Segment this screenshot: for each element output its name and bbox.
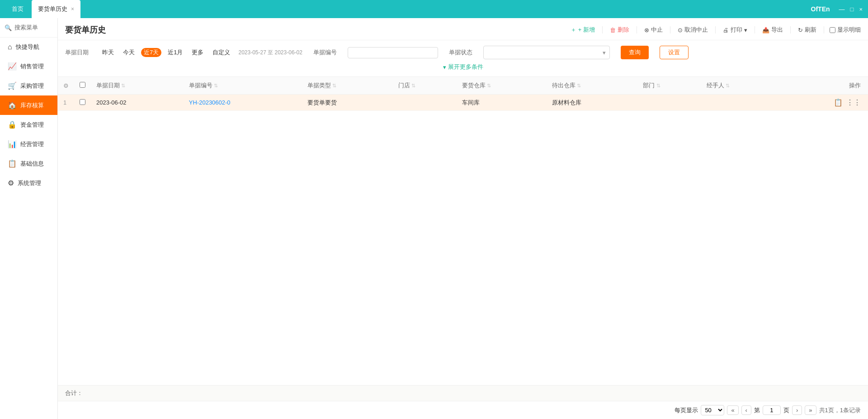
col-doc-type[interactable]: 单据类型 — [302, 77, 393, 95]
footer-total-label: 合计： — [65, 389, 83, 397]
row-handler-cell — [701, 95, 778, 111]
sidebar-item-finance[interactable]: 🔒 资金管理 — [0, 115, 57, 134]
sidebar-item-label: 基础信息 — [20, 160, 44, 168]
tab-history[interactable]: 要货单历史 × — [32, 0, 80, 18]
close-window-button[interactable]: × — [859, 6, 863, 13]
data-table: ⚙ 单据日期 单据编号 单据类型 门店 要货仓库 待出仓库 部门 经手人 — [58, 77, 868, 111]
doc-status-select[interactable]: ▾ — [483, 46, 610, 59]
date-option-today[interactable]: 今天 — [120, 48, 137, 57]
table-footer: 合计： — [58, 385, 868, 401]
settings-button[interactable]: 设置 — [660, 46, 689, 59]
table-header: ⚙ 单据日期 单据编号 单据类型 门店 要货仓库 待出仓库 部门 经手人 — [58, 77, 868, 95]
new-icon: ＋ — [571, 26, 576, 34]
doc-no-link[interactable]: YH-20230602-0 — [189, 99, 231, 106]
display-cell-checkbox[interactable] — [830, 27, 835, 33]
row-req-warehouse-cell: 车间库 — [457, 95, 547, 111]
sidebar-search[interactable]: 🔍 搜索菜单 — [0, 18, 57, 38]
expand-icon: ▾ — [443, 64, 446, 71]
inventory-icon: 🏠 — [8, 101, 17, 110]
page-info: 共1页，1条记录 — [819, 406, 861, 414]
basic-icon: 📋 — [8, 159, 17, 168]
row-num-cell: 1 — [58, 95, 74, 111]
cancel-suspend-icon: ⊙ — [678, 27, 683, 33]
sidebar-item-label: 销售管理 — [20, 62, 44, 71]
export-label: 导出 — [771, 26, 783, 34]
sidebar-item-quick-nav[interactable]: ⌂ 快捷导航 — [0, 38, 57, 57]
row-checkbox[interactable] — [80, 99, 85, 105]
col-handler[interactable]: 经手人 — [701, 77, 778, 95]
sidebar-item-label: 采购管理 — [20, 82, 44, 90]
finance-icon: 🔒 — [8, 120, 17, 129]
top-bar: 首页 要货单历史 × OfTEn — □ × — [0, 0, 868, 18]
sidebar-item-inventory[interactable]: 🏠 库存核算 — [0, 95, 57, 115]
toolbar: ＋ + 新增 🗑 删除 ⊗ 中止 ⊙ — [569, 25, 861, 35]
new-button[interactable]: ＋ + 新增 — [569, 25, 597, 35]
sidebar-item-label: 系统管理 — [18, 179, 41, 187]
col-pending-warehouse[interactable]: 待出仓库 — [547, 77, 637, 95]
sidebar-item-operation[interactable]: 📊 经营管理 — [0, 134, 57, 154]
delete-icon: 🗑 — [610, 27, 616, 33]
select-all-checkbox[interactable] — [80, 82, 85, 88]
divider-6 — [790, 26, 791, 33]
maximize-button[interactable]: □ — [850, 6, 854, 13]
main-layout: 🔍 搜索菜单 ⌂ 快捷导航 📈 销售管理 🛒 采购管理 🏠 库存核算 🔒 资金管… — [0, 18, 868, 419]
date-option-more[interactable]: 更多 — [189, 48, 206, 57]
page-size-label: 每页显示 — [675, 406, 698, 414]
edit-action-icon[interactable]: 📋 — [834, 98, 843, 107]
col-department[interactable]: 部门 — [637, 77, 701, 95]
refresh-icon: ↻ — [798, 27, 803, 33]
tab-home[interactable]: 首页 — [5, 0, 30, 18]
col-date[interactable]: 单据日期 — [91, 77, 184, 95]
sidebar-item-basic[interactable]: 📋 基础信息 — [0, 154, 57, 173]
system-icon: ⚙ — [8, 179, 14, 187]
expand-more-button[interactable]: ▾ 展开更多条件 — [65, 63, 861, 71]
table-row: 1 2023-06-02 YH-20230602-0 要货单要货 车间库 — [58, 95, 868, 111]
doc-no-label: 单据编号 — [313, 48, 337, 57]
last-page-button[interactable]: » — [805, 405, 816, 415]
query-button[interactable]: 查询 — [621, 46, 649, 59]
print-icon: 🖨 — [723, 27, 729, 33]
date-range-display: 2023-05-27 至 2023-06-02 — [238, 49, 302, 57]
row-date-cell: 2023-06-02 — [91, 95, 184, 111]
divider-3 — [670, 26, 670, 33]
page-size-select[interactable]: 50 100 200 — [701, 405, 724, 415]
page-header: 要货单历史 ＋ + 新增 🗑 删除 ⊗ 中止 — [58, 18, 868, 40]
date-option-yesterday[interactable]: 昨天 — [99, 48, 117, 57]
tab-close-icon[interactable]: × — [71, 6, 74, 12]
row-checkbox-cell[interactable] — [74, 95, 91, 111]
page-number-input[interactable] — [763, 405, 781, 415]
col-req-warehouse[interactable]: 要货仓库 — [457, 77, 547, 95]
minimize-button[interactable]: — — [839, 6, 845, 13]
date-option-7days[interactable]: 近7天 — [141, 48, 161, 57]
sidebar-item-purchase[interactable]: 🛒 采购管理 — [0, 76, 57, 95]
date-option-custom[interactable]: 自定义 — [210, 48, 233, 57]
divider-1 — [602, 26, 603, 33]
home-icon: ⌂ — [8, 43, 12, 51]
print-button[interactable]: 🖨 打印 ▾ — [721, 25, 749, 35]
row-store-cell — [393, 95, 456, 111]
search-icon: 🔍 — [5, 24, 12, 31]
doc-no-input[interactable] — [348, 47, 438, 58]
export-button[interactable]: 📤 导出 — [760, 25, 785, 35]
next-page-button[interactable]: › — [792, 405, 802, 415]
date-option-1month[interactable]: 近1月 — [165, 48, 185, 57]
suspend-button[interactable]: ⊗ 中止 — [642, 25, 665, 35]
sidebar-item-system[interactable]: ⚙ 系统管理 — [0, 173, 57, 193]
table-body: 1 2023-06-02 YH-20230602-0 要货单要货 车间库 — [58, 95, 868, 111]
col-store[interactable]: 门店 — [393, 77, 456, 95]
first-page-button[interactable]: « — [727, 405, 738, 415]
cancel-suspend-button[interactable]: ⊙ 取消中止 — [676, 25, 710, 35]
col-settings[interactable]: ⚙ — [58, 77, 74, 95]
delete-button[interactable]: 🗑 删除 — [608, 25, 631, 35]
refresh-button[interactable]: ↻ 刷新 — [796, 25, 818, 35]
prev-page-button[interactable]: ‹ — [741, 405, 751, 415]
col-checkbox[interactable] — [74, 77, 91, 95]
col-operation: 操作 — [778, 77, 868, 95]
col-doc-no[interactable]: 单据编号 — [184, 77, 302, 95]
sales-icon: 📈 — [8, 62, 17, 71]
delete-label: 删除 — [618, 26, 629, 34]
divider-5 — [755, 26, 755, 33]
sidebar-item-sales[interactable]: 📈 销售管理 — [0, 57, 57, 76]
more-action-icon[interactable]: ⋮⋮ — [846, 98, 861, 107]
display-cell-button[interactable]: 显示明细 — [830, 26, 861, 34]
